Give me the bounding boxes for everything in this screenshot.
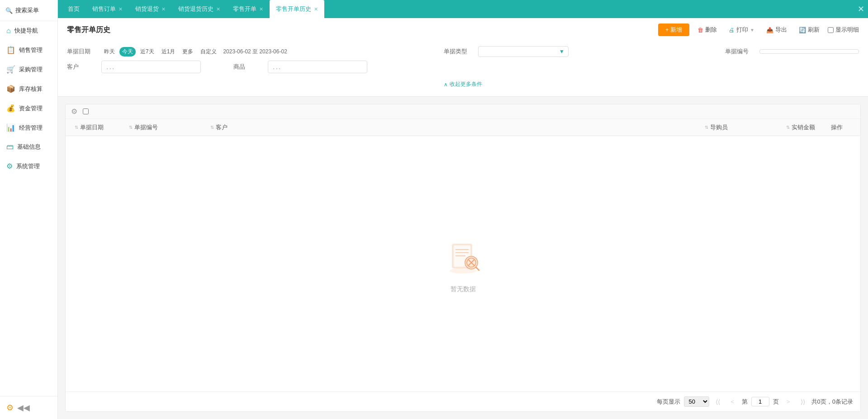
date-btn-7days[interactable]: 近7天 bbox=[138, 47, 157, 56]
page-input[interactable] bbox=[751, 397, 769, 406]
bill-type-select[interactable]: ▼ bbox=[478, 46, 569, 57]
pagination: 每页显示 50 20 100 ⟨⟨ ＜ 第 页 ＞ ⟩⟩ 共0页，0条记录 bbox=[66, 391, 860, 411]
sidebar-item-label: 资金管理 bbox=[19, 104, 43, 113]
main-content: 首页 销售订单 ✕ 销货退货 ✕ 销货退货历史 ✕ 零售开单 ✕ 零售开单历史 … bbox=[58, 0, 868, 419]
sidebar-item-label: 基础信息 bbox=[17, 143, 41, 151]
th-customer[interactable]: ⇅ 客户 bbox=[207, 123, 701, 132]
tab-sales-return-label: 销货退货 bbox=[135, 5, 159, 13]
tab-sales-order-close[interactable]: ✕ bbox=[119, 6, 123, 12]
filter-area: 单据日期 昨天 今天 近7天 近1月 更多 自定义 2023-06-02 至 2… bbox=[67, 42, 859, 96]
tab-sales-return-history[interactable]: 销货退货历史 ✕ bbox=[172, 0, 227, 18]
total-label: 共0页，0条记录 bbox=[811, 398, 853, 406]
sidebar-item-inventory[interactable]: 📦 库存核算 bbox=[0, 79, 57, 99]
refresh-button-label: 刷新 bbox=[808, 26, 820, 34]
tab-home[interactable]: 首页 bbox=[62, 0, 86, 18]
page-label-before: 第 bbox=[742, 398, 748, 406]
date-btn-more[interactable]: 更多 bbox=[180, 47, 196, 56]
add-button[interactable]: + 新增 bbox=[658, 24, 689, 36]
tab-retail-open-history-close[interactable]: ✕ bbox=[314, 6, 318, 12]
sidebar: 🔍 搜索采单 ⌂ 快捷导航 📋 销售管理 🛒 采购管理 📦 库存核算 💰 资金管… bbox=[0, 0, 58, 419]
tab-sales-order[interactable]: 销售订单 ✕ bbox=[86, 0, 129, 18]
print-icon: 🖨 bbox=[729, 27, 735, 33]
tab-sales-return-close[interactable]: ✕ bbox=[161, 6, 166, 12]
sidebar-item-base-info[interactable]: 🗃 基础信息 bbox=[0, 137, 57, 156]
sort-icon: ⇅ bbox=[75, 125, 78, 130]
collapse-sidebar-icon[interactable]: ◀◀ bbox=[17, 403, 30, 413]
sort-icon: ⇅ bbox=[210, 125, 214, 130]
sidebar-item-purchase-mgmt[interactable]: 🛒 采购管理 bbox=[0, 60, 57, 79]
display-detail-toggle[interactable]: 显示明细 bbox=[828, 26, 859, 34]
display-detail-checkbox[interactable] bbox=[828, 27, 834, 33]
prev-page-btn[interactable]: ＜ bbox=[726, 397, 738, 407]
tab-sales-return[interactable]: 销货退货 ✕ bbox=[129, 0, 172, 18]
refresh-button[interactable]: 🔄 刷新 bbox=[795, 24, 823, 36]
date-btn-1month[interactable]: 近1月 bbox=[159, 47, 178, 56]
tab-retail-open-close[interactable]: ✕ bbox=[259, 6, 263, 12]
print-button[interactable]: 🖨 打印 ▼ bbox=[725, 24, 758, 36]
toolbar: + 新增 🗑 删除 🖨 打印 ▼ 📤 导出 bbox=[658, 24, 859, 36]
table-toolbar: ⚙ bbox=[66, 104, 860, 119]
date-range-value: 2023-06-02 至 2023-06-02 bbox=[223, 48, 287, 56]
page-title: 零售开单历史 bbox=[67, 25, 110, 35]
th-bill-no[interactable]: ⇅ 单据编号 bbox=[125, 123, 207, 132]
bill-no-input[interactable] bbox=[759, 49, 859, 54]
settings-icon[interactable]: ⚙ bbox=[6, 403, 14, 413]
th-amount[interactable]: ⇅ 实销金额 bbox=[764, 123, 819, 132]
filter-row-2: 客户 ... 商品 ... bbox=[67, 61, 859, 73]
table-settings-icon[interactable]: ⚙ bbox=[71, 107, 77, 116]
page-title-row: 零售开单历史 + 新增 🗑 删除 🖨 打印 ▼ 📤 bbox=[67, 24, 859, 36]
empty-text: 暂无数据 bbox=[451, 285, 476, 293]
first-page-btn[interactable]: ⟨⟨ bbox=[713, 397, 723, 406]
tab-bar: 首页 销售订单 ✕ 销货退货 ✕ 销货退货历史 ✕ 零售开单 ✕ 零售开单历史 … bbox=[58, 0, 868, 18]
next-page-btn[interactable]: ＞ bbox=[783, 397, 794, 407]
per-page-select[interactable]: 50 20 100 bbox=[684, 396, 709, 407]
empty-state: 暂无数据 bbox=[66, 136, 860, 391]
goods-input[interactable]: ... bbox=[268, 61, 367, 73]
sidebar-item-quick-nav[interactable]: ⌂ 快捷导航 bbox=[0, 21, 57, 40]
delete-button-label: 删除 bbox=[705, 26, 717, 34]
date-btn-yesterday[interactable]: 昨天 bbox=[101, 47, 118, 56]
sales-icon: 📋 bbox=[6, 46, 15, 54]
sidebar-item-operations[interactable]: 📊 经营管理 bbox=[0, 118, 57, 137]
inventory-icon: 📦 bbox=[6, 85, 15, 93]
window-close-btn[interactable]: ✕ bbox=[858, 4, 864, 14]
tab-sales-return-history-close[interactable]: ✕ bbox=[216, 6, 220, 12]
date-btn-today[interactable]: 今天 bbox=[119, 47, 136, 56]
date-btn-custom[interactable]: 自定义 bbox=[198, 47, 219, 56]
sidebar-item-sales-mgmt[interactable]: 📋 销售管理 bbox=[0, 40, 57, 60]
table-header: ⇅ 单据日期 ⇅ 单据编号 ⇅ 客户 ⇅ 导购员 bbox=[66, 119, 860, 136]
tab-retail-open[interactable]: 零售开单 ✕ bbox=[227, 0, 270, 18]
sidebar-item-system[interactable]: ⚙ 系统管理 bbox=[0, 156, 57, 176]
tab-retail-open-history[interactable]: 零售开单历史 ✕ bbox=[270, 0, 324, 18]
th-guide[interactable]: ⇅ 导购员 bbox=[701, 123, 764, 132]
select-all-checkbox[interactable] bbox=[83, 108, 89, 114]
bill-no-label: 单据编号 bbox=[725, 47, 752, 56]
page-header: 零售开单历史 + 新增 🗑 删除 🖨 打印 ▼ 📤 bbox=[58, 18, 868, 97]
sort-icon: ⇅ bbox=[129, 125, 133, 130]
last-page-btn[interactable]: ⟩⟩ bbox=[798, 397, 808, 406]
data-table: ⚙ ⇅ 单据日期 ⇅ 单据编号 ⇅ 客户 bbox=[65, 104, 861, 412]
finance-icon: 💰 bbox=[6, 104, 15, 113]
sidebar-item-label: 快捷导航 bbox=[14, 27, 38, 35]
sort-icon: ⇅ bbox=[786, 125, 790, 130]
export-button[interactable]: 📤 导出 bbox=[763, 24, 791, 36]
th-date[interactable]: ⇅ 单据日期 bbox=[71, 123, 125, 132]
collapse-button[interactable]: ∧ 收起更多条件 bbox=[444, 79, 482, 90]
export-button-label: 导出 bbox=[775, 26, 787, 34]
svg-line-10 bbox=[476, 267, 479, 270]
tab-home-label: 首页 bbox=[68, 5, 80, 13]
filter-row-1: 单据日期 昨天 今天 近7天 近1月 更多 自定义 2023-06-02 至 2… bbox=[67, 46, 859, 57]
delete-button[interactable]: 🗑 删除 bbox=[694, 24, 721, 36]
sidebar-item-label: 系统管理 bbox=[16, 162, 40, 170]
operations-icon: 📊 bbox=[6, 123, 15, 132]
sidebar-search[interactable]: 🔍 搜索采单 bbox=[0, 0, 57, 21]
page-label-after: 页 bbox=[773, 398, 779, 406]
display-detail-label: 显示明细 bbox=[835, 26, 859, 34]
sidebar-item-label: 经营管理 bbox=[19, 124, 43, 132]
customer-input[interactable]: ... bbox=[101, 61, 201, 73]
tab-bar-right: ✕ bbox=[858, 4, 864, 14]
sidebar-item-label: 采购管理 bbox=[19, 66, 43, 74]
sidebar-item-finance[interactable]: 💰 资金管理 bbox=[0, 99, 57, 118]
goods-label: 商品 bbox=[233, 63, 261, 71]
export-icon: 📤 bbox=[766, 27, 773, 33]
